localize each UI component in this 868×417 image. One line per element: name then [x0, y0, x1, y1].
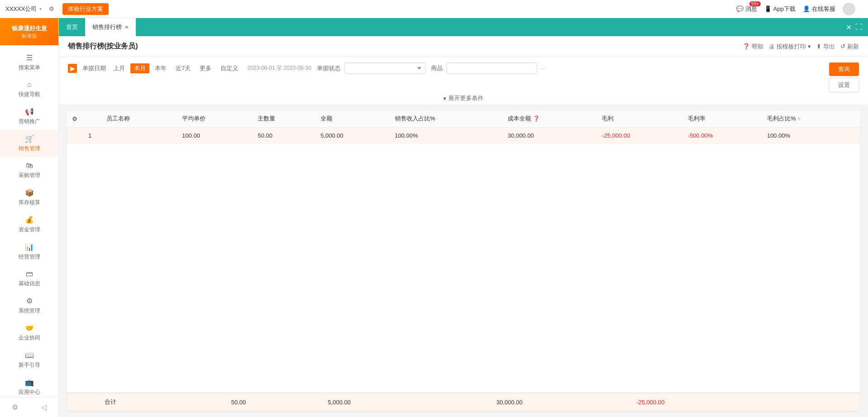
footer-gross-margin [778, 393, 820, 411]
col-header-employee: 员工名称 [101, 110, 177, 128]
app-download-button[interactable]: 📱 App下载 [764, 5, 796, 13]
inventory-icon: 📦 [25, 188, 34, 197]
status-filter: 单据状态 [317, 62, 426, 74]
expand-down-icon: ▾ [443, 95, 446, 102]
goods-more-icon[interactable]: ··· [541, 65, 546, 72]
export-button[interactable]: ⬆ 导出 [816, 43, 835, 51]
sidebar-label-system: 系统管理 [19, 307, 40, 315]
col-header-gross-ratio: 毛利占比% ⇅ [762, 110, 860, 128]
gross-ratio-sort-icon[interactable]: ⇅ [797, 116, 801, 121]
finance-icon: 💰 [25, 216, 34, 224]
col-header-gross-profit: 毛利 [596, 110, 682, 128]
settings-icon[interactable]: ⚙ [45, 3, 58, 15]
sidebar-item-operations[interactable]: 📊 经营管理 [0, 238, 58, 265]
row-rank: 1 [83, 128, 101, 144]
date-opt-more[interactable]: 更多 [196, 63, 215, 73]
goods-filter: 商品 ··· [431, 62, 546, 74]
template-print-button[interactable]: 🖨 按模板打印 ▾ [769, 43, 811, 51]
avatar[interactable] [843, 3, 855, 15]
sidebar-label-operations: 经营管理 [19, 253, 40, 261]
help-button[interactable]: ❓ 帮助 [743, 43, 763, 51]
sidebar-item-enterprise[interactable]: 🤝 企业协同 [0, 319, 58, 346]
tab-sales-ranking[interactable]: 销售排行榜 ✕ [85, 18, 136, 36]
purchase-icon: 🛍 [26, 162, 33, 170]
col-header-amount: 全额 [315, 110, 389, 128]
sidebar-settings-icon[interactable]: ⚙ [12, 403, 18, 412]
col-header-gross-margin: 毛利率 [682, 110, 762, 128]
sales-icon: 🛒 [25, 134, 34, 143]
sidebar-label-purchase: 采购管理 [19, 172, 40, 179]
window-close-icon[interactable]: ✕ [846, 23, 852, 32]
footer-label: 合计 [99, 393, 185, 411]
page-content: 销售排行榜(按业务员) ❓ 帮助 🖨 按模板打印 ▾ ⬆ 导出 [59, 36, 868, 417]
row-cost: 30,000.00 [502, 128, 596, 144]
table-body: 1 100.00 50.00 5,000.00 100.00% 30,000.0… [67, 128, 860, 144]
tab-close-icon[interactable]: ✕ [125, 24, 129, 30]
content-area: 首页 销售排行榜 ✕ ✕ ⛶ 销售排行榜(按业务员) ❓ 帮助 [59, 18, 868, 417]
sidebar-item-purchase[interactable]: 🛍 采购管理 [0, 157, 58, 184]
date-opt-this-year[interactable]: 本年 [151, 63, 170, 73]
sidebar-items: ☰ 搜索菜单 ⌂ 快捷导航 📢 营销推广 🛒 销售管理 🛍 采购管理 📦 库 [0, 45, 58, 397]
tab-home[interactable]: 首页 [59, 18, 85, 36]
message-button[interactable]: 💬 消息 99+ [736, 5, 757, 13]
sidebar-item-marketing[interactable]: 📢 营销推广 [0, 103, 58, 130]
top-bar: XXXXX公司 ▾ ⚙ 体验行业方案 💬 消息 99+ 📱 App下载 👤 在线… [0, 0, 868, 18]
date-opt-this-month[interactable]: 本月 [130, 63, 149, 73]
sidebar-item-guide[interactable]: 📖 新手引导 [0, 346, 58, 374]
footer-row: 合计 50.00 5,000.00 30,000.00 -25,000.00 [67, 393, 860, 411]
table-footer: 合计 50.00 5,000.00 30,000.00 -25,000.00 [67, 393, 860, 411]
print-icon: 🖨 [769, 43, 775, 50]
sidebar-label-basic-info: 基础信息 [19, 280, 40, 288]
service-icon: 👤 [803, 5, 810, 12]
sidebar-label-finance: 资金管理 [19, 226, 40, 234]
sidebar-collapse-icon[interactable]: ◁ [41, 403, 47, 412]
date-opt-custom[interactable]: 自定义 [217, 63, 242, 73]
footer-rank-col [81, 393, 99, 411]
window-restore-icon[interactable]: ⛶ [855, 23, 863, 31]
cost-help-icon[interactable]: ❓ [533, 115, 540, 122]
sidebar-label-quick-nav: 快捷导航 [19, 91, 40, 98]
expand-conditions-button[interactable]: ▾ 展开更多条件 [443, 94, 484, 102]
row-main-qty: 50.00 [252, 128, 315, 144]
sidebar-item-sales[interactable]: 🛒 销售管理 [0, 130, 58, 157]
main-layout: 畅康通好生意 标准版 ☰ 搜索菜单 ⌂ 快捷导航 📢 营销推广 🛒 销售管理 🛍 [0, 18, 868, 417]
col-header-settings[interactable]: ⚙ [67, 110, 83, 128]
sidebar-item-quick-nav[interactable]: ⌂ 快捷导航 [0, 76, 58, 103]
company-selector[interactable]: XXXXX公司 ▾ [5, 5, 42, 13]
sidebar-item-system[interactable]: ⚙ 系统管理 [0, 292, 58, 319]
help-icon: ❓ [743, 43, 750, 50]
logo-title: 畅康通好生意 [12, 24, 47, 33]
query-button[interactable]: 查询 [829, 62, 859, 76]
setting-button[interactable]: 设置 [829, 78, 859, 92]
system-icon: ⚙ [26, 297, 33, 305]
sidebar-item-inventory[interactable]: 📦 库存核算 [0, 184, 58, 211]
sidebar-item-basic-info[interactable]: 🗃 基础信息 [0, 265, 58, 292]
goods-input[interactable] [446, 62, 537, 74]
date-range-display: 2023-06-01 至 2023-06-30 [247, 64, 311, 72]
footer-amount: 5,000.00 [322, 393, 450, 411]
tab-sales-ranking-label: 销售排行榜 [92, 23, 122, 31]
date-opt-7days[interactable]: 近7天 [172, 63, 194, 73]
refresh-button[interactable]: ↺ 刷新 [840, 43, 859, 51]
sidebar-item-finance[interactable]: 💰 资金管理 [0, 211, 58, 238]
sidebar-item-search-order[interactable]: ☰ 搜索菜单 [0, 49, 58, 76]
tab-bar: 首页 销售排行榜 ✕ ✕ ⛶ [59, 18, 868, 36]
col-header-rank [83, 110, 101, 128]
filter-fields: ▶ 单据日期 上月 本月 本年 近7天 更多 自定义 [68, 62, 824, 74]
status-filter-label: 单据状态 [317, 64, 340, 72]
status-select[interactable] [344, 62, 426, 74]
sidebar-item-app-center[interactable]: 📺 应用中心 [0, 374, 58, 397]
trial-button[interactable]: 体验行业方案 [62, 3, 109, 15]
online-service-button[interactable]: 👤 在线客服 [803, 5, 835, 13]
sidebar-label-enterprise: 企业协同 [19, 334, 40, 342]
sidebar-label-inventory: 库存核算 [19, 199, 40, 206]
date-opt-last-month[interactable]: 上月 [110, 63, 129, 73]
filter-actions: 查询 设置 [824, 62, 859, 92]
collapse-arrow-button[interactable]: ▶ [68, 64, 77, 73]
date-filter-label: 单据日期 [82, 64, 106, 72]
company-name: XXXXX公司 [5, 5, 37, 13]
tab-right-actions: ✕ ⛶ [846, 23, 868, 32]
sidebar-label-sales: 销售管理 [19, 145, 40, 153]
row-avg-price: 100.00 [177, 128, 252, 144]
col-header-cost: 成本全额 ❓ [502, 110, 596, 128]
